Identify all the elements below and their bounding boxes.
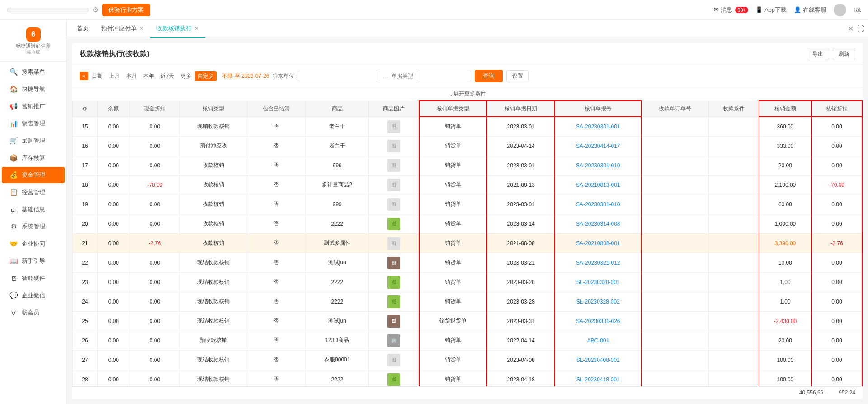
th-write-off-amount: 核销金额 — [759, 101, 811, 117]
bill-no-link[interactable]: ABC-001 — [587, 337, 609, 344]
table-row: 230.000.00现结收款核销否2222🌿销货单2023-03-28SL-20… — [73, 272, 863, 292]
bill-no-link[interactable]: SL-20230328-001 — [576, 279, 620, 285]
product-image: 图 — [387, 354, 400, 366]
table-row: 160.000.00预付冲应收否老白干图销货单2023-04-14SA-2023… — [73, 136, 863, 156]
sidebar-item-inventory[interactable]: 📦 库存核算 — [2, 150, 65, 166]
th-receipt-condition: 收款条件 — [709, 101, 759, 117]
sidebar-item-guide[interactable]: 📖 新手引导 — [2, 253, 65, 269]
bill-no-link[interactable]: SA-20210808-001 — [576, 240, 620, 247]
filter-bar: » 日期 上月 本月 本年 近7天 更多 自定义 不限 至 2023-07-26… — [72, 65, 863, 87]
wechat-icon: 💬 — [9, 291, 18, 299]
bill-no-link[interactable]: SA-20230414-017 — [576, 143, 620, 149]
bill-no-link[interactable]: SL-20230418-001 — [576, 376, 620, 383]
gear-icon[interactable]: ⚙ — [92, 5, 99, 14]
sidebar-item-enterprise[interactable]: 🤝 企业协同 — [2, 236, 65, 252]
export-btn[interactable]: 导出 — [807, 48, 829, 60]
query-btn[interactable]: 查询 — [475, 70, 503, 82]
search-icon: 🔍 — [9, 68, 18, 76]
bill-type-select[interactable] — [417, 71, 471, 81]
expand-icon: ⌄ — [449, 91, 453, 97]
sidebar-item-wechat[interactable]: 💬 企业微信 — [2, 287, 65, 304]
bill-no-link[interactable]: SA-20230301-010 — [576, 201, 620, 208]
bill-type-label: 单据类型 — [392, 72, 413, 80]
sidebar-item-sales[interactable]: 📊 销售管理 — [2, 115, 65, 132]
sidebar-item-hardware[interactable]: 🖥 智能硬件 — [2, 270, 65, 286]
th-product-image: 商品图片 — [369, 101, 419, 117]
filter-expand-icon[interactable]: » — [80, 72, 88, 80]
bill-no-link[interactable]: SA-20230321-012 — [576, 260, 620, 266]
sidebar-item-purchase[interactable]: 🛒 采购管理 — [2, 133, 65, 149]
date-btn-more[interactable]: 更多 — [178, 71, 194, 81]
sidebar-item-finance[interactable]: 💰 资金管理 — [2, 167, 65, 183]
date-btn-7days[interactable]: 近7天 — [158, 71, 177, 81]
date-range-display: 不限 至 2023-07-26 — [222, 72, 269, 80]
sidebar-item-member[interactable]: V 畅会员 — [2, 304, 65, 321]
online-support-btn[interactable]: 👤 在线客服 — [794, 6, 826, 14]
bill-no-link[interactable]: SA-20230314-008 — [576, 221, 620, 227]
product-image: 🏢 — [387, 334, 400, 347]
sidebar-item-basic-info[interactable]: 🗂 基础信息 — [2, 201, 65, 218]
sidebar-item-operations[interactable]: 📋 经营管理 — [2, 184, 65, 200]
table-row: 240.000.00现结收款核销否2222🌿销货单2023-03-28SL-20… — [73, 292, 863, 311]
sales-icon: 📊 — [9, 119, 18, 128]
industry-btn[interactable]: 休验行业方案 — [102, 4, 150, 16]
table-row: 210.00-2.76收款核销否测试多属性图销货单2021-08-08SA-20… — [73, 233, 863, 253]
table-header-row: ⚙ 余额 现金折扣 核销类型 包含已结清 商品 商品图片 核销单据类型 核销单据… — [73, 101, 863, 117]
tabs-right: ✕ ⛶ — [848, 24, 864, 33]
expand-bar[interactable]: ⌄ 展开更多条件 — [72, 87, 863, 100]
th-settings[interactable]: ⚙ — [73, 101, 98, 117]
system-icon: ⚙ — [9, 223, 18, 231]
sidebar-item-marketing[interactable]: 📢 营销推广 — [2, 98, 65, 114]
product-image: 图 — [387, 237, 400, 250]
messages-btn[interactable]: ✉ 消息 99+ — [714, 6, 748, 14]
product-image: 图 — [387, 198, 400, 211]
tab-prepay[interactable]: 预付冲应付单 ✕ — [95, 20, 150, 38]
operations-icon: 📋 — [9, 188, 18, 196]
sidebar-item-search[interactable]: 🔍 搜索菜单 — [2, 64, 65, 80]
bill-no-link[interactable]: SA-20210813-001 — [576, 182, 620, 188]
bill-no-link[interactable]: SA-20230331-026 — [576, 318, 620, 324]
tab-receipt-close[interactable]: ✕ — [194, 25, 199, 32]
maximize-icon[interactable]: ⛶ — [857, 25, 864, 33]
avatar[interactable] — [834, 4, 846, 16]
tab-receipt[interactable]: 收款核销执行 ✕ — [150, 20, 205, 38]
th-balance: 余额 — [97, 101, 130, 117]
bill-no-link[interactable]: SL-20230328-002 — [576, 299, 620, 305]
tab-prepay-close[interactable]: ✕ — [139, 25, 144, 32]
logo-area: 6 畅捷通谱好生意 标准版 — [0, 24, 66, 62]
sidebar-item-system[interactable]: ⚙ 系统管理 — [2, 219, 65, 235]
from-unit-input[interactable] — [298, 71, 379, 81]
product-image: 🖼 — [387, 315, 400, 328]
top-bar-right: ✉ 消息 99+ 📱 App下载 👤 在线客服 Rit — [714, 4, 861, 16]
date-btn-last-month[interactable]: 上月 — [106, 71, 123, 81]
date-btn-this-year[interactable]: 本年 — [141, 71, 157, 81]
bill-no-link[interactable]: SA-20230301-001 — [576, 124, 620, 130]
product-image: 图 — [387, 120, 400, 133]
hardware-icon: 🖥 — [9, 275, 18, 282]
setting-btn[interactable]: 设置 — [506, 70, 529, 82]
address-bar[interactable] — [7, 8, 89, 12]
app-download-btn[interactable]: 📱 App下载 — [755, 6, 787, 14]
table-row: 190.000.00收款核销否999图销货单2023-03-01SA-20230… — [73, 195, 863, 214]
logo-badge: 标准版 — [27, 49, 40, 56]
bill-no-link[interactable]: SA-20230301-010 — [576, 162, 620, 169]
messages-label: 消息 — [721, 6, 732, 14]
expand-label: 展开更多条件 — [453, 90, 486, 98]
data-table: ⚙ 余额 现金折扣 核销类型 包含已结清 商品 商品图片 核销单据类型 核销单据… — [72, 100, 863, 386]
refresh-btn[interactable]: 刷新 — [833, 48, 855, 60]
product-image: 图 — [387, 159, 400, 172]
footer-total-amount: 40,556,66... — [799, 390, 828, 396]
sidebar-item-quick-nav[interactable]: 🏠 快捷导航 — [2, 81, 65, 97]
table-container[interactable]: ⚙ 余额 现金折扣 核销类型 包含已结清 商品 商品图片 核销单据类型 核销单据… — [72, 100, 863, 386]
table-row: 250.000.00现结收款核销否测试jun🖼销货退货单2023-03-31SA… — [73, 311, 863, 331]
date-btn-custom[interactable]: 自定义 — [195, 71, 217, 81]
marketing-icon: 📢 — [9, 102, 18, 110]
bill-no-link[interactable]: SL-20230408-001 — [576, 357, 620, 363]
tab-home[interactable]: 首页 — [71, 20, 95, 38]
date-btn-this-month[interactable]: 本月 — [123, 71, 140, 81]
product-image: 🌿 — [387, 218, 400, 230]
table-footer: 40,556,66... 952.24 — [72, 386, 863, 399]
inventory-icon: 📦 — [9, 154, 18, 162]
th-include-settled: 包含已结清 — [247, 101, 305, 117]
close-window-icon[interactable]: ✕ — [848, 24, 854, 33]
